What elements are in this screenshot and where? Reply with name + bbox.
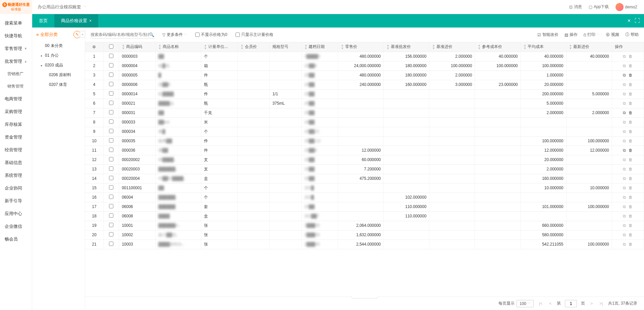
col-member[interactable]: ▲▼会员价 bbox=[237, 42, 269, 52]
nav-item[interactable]: 企业微信 bbox=[0, 220, 32, 233]
drawer-handle[interactable] bbox=[351, 297, 378, 299]
copy-icon[interactable]: ⧉ bbox=[623, 167, 626, 171]
col-name[interactable]: ▲▼商品名称 bbox=[156, 42, 201, 52]
copy-icon[interactable]: ⧉ bbox=[623, 214, 626, 218]
table-row[interactable]: 1806008████盒202██7110.000000⧉🗑 bbox=[85, 211, 644, 221]
table-row[interactable]: 2110003████新特办..张2███052,544.000000542.2… bbox=[85, 240, 644, 249]
delete-icon[interactable]: 🗑 bbox=[629, 129, 633, 134]
copy-icon[interactable]: ⧉ bbox=[623, 110, 626, 115]
col-latest_in[interactable]: ▲▼最新进价 bbox=[566, 42, 612, 52]
delete-icon[interactable]: 🗑 bbox=[629, 167, 633, 171]
table-row[interactable]: 50000014杜████件1/120██200.0000005.000000⧉… bbox=[85, 89, 644, 99]
table-row[interactable]: 8000033██est米20██⧉🗑 bbox=[85, 117, 644, 127]
table-row[interactable]: 2010002扬力██结..张2███051,632.000000580.000… bbox=[85, 230, 644, 240]
delete-icon[interactable]: 🗑 bbox=[629, 242, 633, 247]
nav-item[interactable]: 基础信息 bbox=[0, 156, 32, 169]
gear-icon[interactable]: ⚙ bbox=[92, 45, 96, 49]
delete-icon[interactable]: 🗑 bbox=[629, 120, 633, 124]
copy-icon[interactable]: ⧉ bbox=[623, 204, 626, 209]
delete-icon[interactable]: 🗑 bbox=[629, 214, 633, 218]
col-unit[interactable]: ▲▼计量单位... bbox=[201, 42, 238, 52]
tree-item[interactable]: ▸0203 成品 bbox=[35, 60, 82, 70]
user-menu[interactable]: demo2 bbox=[615, 3, 637, 11]
delete-icon[interactable]: 🗑 bbox=[629, 92, 633, 96]
copy-icon[interactable]: ⧉ bbox=[623, 232, 626, 237]
tree-item[interactable]: 0207 体育 bbox=[35, 80, 82, 90]
page-input[interactable] bbox=[565, 300, 577, 307]
delete-icon[interactable]: 🗑 bbox=[629, 148, 633, 153]
nav-item[interactable]: 搜索菜单 bbox=[0, 17, 32, 30]
nav-item[interactable]: 经营管理 bbox=[0, 144, 32, 156]
nav-item[interactable]: 新手引导 bbox=[0, 195, 32, 207]
next-page-button[interactable]: > bbox=[589, 301, 594, 306]
col-ref_cost[interactable]: ▲▼参考成本价 bbox=[475, 42, 521, 52]
row-checkbox[interactable] bbox=[109, 129, 113, 133]
copy-icon[interactable]: ⧉ bbox=[623, 92, 626, 96]
col-base_in[interactable]: ▲▼基准进价 bbox=[429, 42, 475, 52]
col-cdate[interactable]: ▲▼建档日期 bbox=[302, 42, 338, 52]
col-avg_cost[interactable]: ▲▼平均成本 bbox=[521, 42, 566, 52]
collapse-panel-button[interactable]: « bbox=[80, 31, 85, 38]
row-checkbox[interactable] bbox=[109, 223, 113, 227]
delete-icon[interactable]: 🗑 bbox=[629, 101, 633, 106]
nav-item[interactable]: 零售管理▼ bbox=[0, 42, 32, 55]
delete-icon[interactable]: 🗑 bbox=[629, 204, 633, 209]
copy-icon[interactable]: ⧉ bbox=[623, 129, 626, 134]
prev-page-button[interactable]: < bbox=[548, 301, 553, 306]
row-checkbox[interactable] bbox=[109, 157, 113, 161]
table-row[interactable]: 20000004收█纸箱20██824,000.000000180.000000… bbox=[85, 61, 644, 70]
delete-icon[interactable]: 🗑 bbox=[629, 110, 633, 115]
copy-icon[interactable]: ⧉ bbox=[623, 73, 626, 78]
row-checkbox[interactable] bbox=[109, 148, 113, 152]
tab-price-settings[interactable]: 商品价格设置 × bbox=[54, 14, 98, 28]
table-row[interactable]: 1200020002得████..支20██60.00000020.000000… bbox=[85, 155, 644, 164]
help-button[interactable]: ⓘ帮助 bbox=[625, 32, 639, 38]
row-checkbox[interactable] bbox=[109, 204, 113, 208]
copy-icon[interactable]: ⧉ bbox=[623, 195, 626, 200]
delete-icon[interactable]: 🗑 bbox=[629, 223, 633, 228]
video-button[interactable]: ⦿视频 bbox=[606, 32, 619, 38]
nav-item[interactable]: 资金管理 bbox=[0, 131, 32, 144]
row-checkbox[interactable] bbox=[109, 166, 113, 171]
copy-icon[interactable]: ⧉ bbox=[623, 120, 626, 124]
table-row[interactable]: 9000034奥█个20██23⧉🗑 bbox=[85, 127, 644, 136]
operation-button[interactable]: ▤操作 bbox=[565, 32, 578, 38]
table-row[interactable]: 10000035玻璃██件20██-13100.000000100.000000… bbox=[85, 136, 644, 146]
hide-zero-checkbox[interactable]: 不显示价格为0 bbox=[195, 32, 227, 38]
row-checkbox[interactable] bbox=[109, 242, 113, 246]
row-checkbox[interactable] bbox=[109, 185, 113, 190]
row-checkbox[interactable] bbox=[109, 195, 113, 199]
tree-item[interactable]: 0206 原材料 bbox=[35, 70, 82, 80]
delete-icon[interactable]: 🗑 bbox=[629, 195, 633, 200]
nav-item[interactable]: 销售管理 bbox=[0, 80, 32, 93]
grid-scroll[interactable]: ⚙▲▼商品编码▲▼商品名称▲▼计量单位...▲▼会员价规格型号▲▼建档日期▲▼零… bbox=[85, 42, 644, 297]
row-checkbox[interactable] bbox=[109, 54, 113, 58]
category-all[interactable]: ≡全部分类 bbox=[36, 32, 58, 38]
table-row[interactable]: 1706006██████套20██110.000000101.00000010… bbox=[85, 202, 644, 211]
table-row[interactable]: 6000021████品瓶375mL20██5.000000⧉🗑 bbox=[85, 99, 644, 108]
nav-item[interactable]: 批发管理▲ bbox=[0, 55, 32, 68]
account-selector[interactable]: 办公用品行业模拟账套 ﹀ bbox=[38, 4, 87, 10]
row-checkbox[interactable] bbox=[109, 101, 113, 105]
table-row[interactable]: 1400020004中██车████..盒20██475.200000160.0… bbox=[85, 174, 644, 183]
row-checkbox[interactable] bbox=[109, 91, 113, 96]
table-row[interactable]: 30000005█件20██480.000000180.0000002.0000… bbox=[85, 70, 644, 80]
copy-icon[interactable]: ⧉ bbox=[623, 223, 626, 228]
search-icon[interactable]: 🔍 bbox=[149, 32, 154, 37]
col-retail[interactable]: ▲▼零售价 bbox=[338, 42, 384, 52]
messages-button[interactable]: ⊡消息 bbox=[569, 4, 582, 10]
copy-icon[interactable]: ⧉ bbox=[623, 54, 626, 59]
nav-item[interactable]: 采购管理 bbox=[0, 105, 32, 118]
nav-item[interactable]: 畅会员 bbox=[0, 233, 32, 246]
table-row[interactable]: 1910001██████A..张2███052,064.000000660.0… bbox=[85, 221, 644, 230]
search-input[interactable] bbox=[91, 31, 149, 38]
copy-icon[interactable]: ⧉ bbox=[623, 157, 626, 162]
copy-icon[interactable]: ⧉ bbox=[623, 176, 626, 181]
delete-icon[interactable]: 🗑 bbox=[629, 54, 633, 59]
delete-icon[interactable]: 🗑 bbox=[629, 63, 633, 68]
copy-icon[interactable]: ⧉ bbox=[623, 63, 626, 68]
copy-icon[interactable]: ⧉ bbox=[623, 82, 626, 87]
page-size-select[interactable]: 100﹀ bbox=[517, 300, 534, 307]
copy-icon[interactable]: ⧉ bbox=[623, 242, 626, 247]
copy-icon[interactable]: ⧉ bbox=[623, 139, 626, 143]
